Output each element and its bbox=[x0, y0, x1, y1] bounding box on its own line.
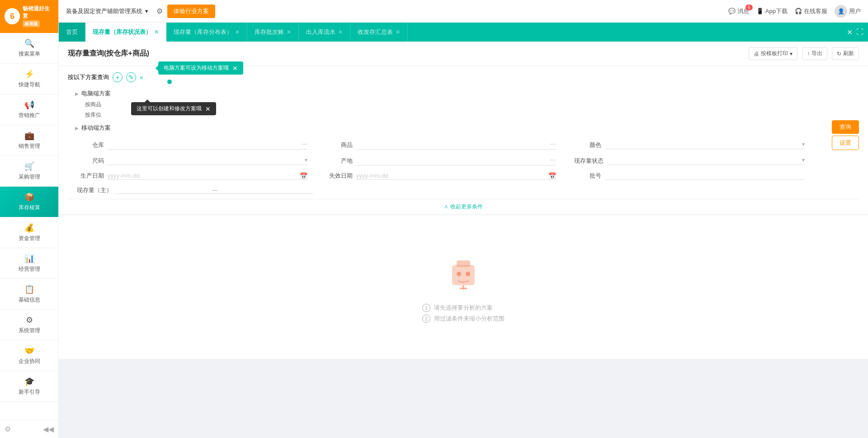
sidebar-item-basic[interactable]: 📋 基础信息 bbox=[0, 279, 58, 310]
empty-step-1-text: 请先选择要分析的方案 bbox=[434, 304, 493, 312]
sidebar-item-inventory[interactable]: 📦 库存核算 bbox=[0, 187, 58, 217]
reset-button[interactable]: 设置 bbox=[832, 136, 859, 150]
scheme-group-mobile-header[interactable]: ▶ 移动端方案 bbox=[72, 122, 859, 134]
goods-label: 商品 bbox=[326, 141, 353, 149]
online-service-icon: 🎧 bbox=[795, 8, 802, 14]
stock-main-label: 现存量（主） bbox=[77, 186, 112, 194]
tab-inventory-status[interactable]: 现存量（库存状况表） ✕ bbox=[85, 23, 166, 42]
template-print-button[interactable]: 🖨 按模板打印 ▾ bbox=[749, 47, 797, 60]
sidebar-logo: 6 畅销通好生意 标准版 bbox=[0, 0, 58, 33]
tab-recv-send-label: 收发存汇总表 bbox=[358, 28, 393, 36]
expire-date-range: 📅 bbox=[356, 172, 556, 180]
export-icon: ↑ bbox=[807, 51, 810, 57]
collapse-sidebar-icon[interactable]: ◀◀ bbox=[43, 425, 54, 433]
user-label: 用户 bbox=[849, 7, 861, 15]
size-dropdown-icon[interactable]: ▾ bbox=[305, 157, 307, 163]
tab-inventory-status-close[interactable]: ✕ bbox=[154, 29, 159, 35]
expire-date-start[interactable] bbox=[356, 172, 547, 179]
goods-input[interactable] bbox=[356, 141, 550, 148]
batch-input[interactable] bbox=[605, 172, 805, 179]
size-label: 尺码 bbox=[77, 157, 104, 165]
expire-date-calendar-icon[interactable]: 📅 bbox=[548, 172, 556, 179]
message-item[interactable]: 💬 消息 6 bbox=[728, 7, 749, 15]
stock-status-dropdown-icon[interactable]: ▾ bbox=[802, 157, 805, 163]
sidebar-item-operations[interactable]: 📊 经营管理 bbox=[0, 248, 58, 279]
user-item[interactable]: 👤 用户 bbox=[835, 5, 861, 18]
online-service-label: 在线客服 bbox=[804, 7, 827, 15]
origin-more-icon[interactable]: ··· bbox=[550, 156, 556, 164]
filter-edit-button[interactable]: ✎ bbox=[126, 72, 136, 82]
main-area: 装备及固定资产辅助管理系统 ▾ ⚙ 体验行业方案 💬 消息 6 📱 App下载 … bbox=[59, 0, 868, 438]
sidebar-item-system[interactable]: ⚙ 系统管理 bbox=[0, 310, 58, 340]
svg-point-2 bbox=[457, 272, 461, 276]
tab-batch-account-close[interactable]: ✕ bbox=[287, 29, 291, 35]
app-download-item[interactable]: 📱 App下载 bbox=[756, 7, 788, 15]
empty-icon bbox=[441, 251, 486, 297]
warehouse-input[interactable] bbox=[108, 141, 302, 148]
sidebar-label-guide: 新手引导 bbox=[19, 388, 40, 396]
search-button[interactable]: 查询 bbox=[832, 120, 859, 134]
scheme-group-pc-header[interactable]: ▶ 电脑端方案 bbox=[72, 88, 859, 99]
tabbar: 首页 现存量（库存状况表） ✕ 现存量（库存分布表） ✕ 库存批次账 ✕ 出入库… bbox=[59, 23, 868, 42]
sidebar-item-marketing[interactable]: 📢 营销推广 bbox=[0, 94, 58, 125]
export-button[interactable]: ↑ 导出 bbox=[802, 47, 827, 60]
experience-button[interactable]: 体验行业方案 bbox=[167, 5, 215, 18]
system-name: 装备及固定资产辅助管理系统 bbox=[66, 7, 142, 15]
empty-step-1: 1 请先选择要分析的方案 bbox=[422, 304, 505, 312]
sales-icon: 💼 bbox=[24, 131, 34, 141]
system-selector-chevron: ▾ bbox=[145, 8, 148, 14]
sidebar-item-sales[interactable]: 💼 销售管理 bbox=[0, 125, 58, 156]
tooltip-scheme-close[interactable]: ✕ bbox=[232, 65, 238, 72]
size-input[interactable] bbox=[108, 157, 305, 164]
color-dropdown-icon[interactable]: ▾ bbox=[802, 141, 805, 147]
tab-in-out-flow[interactable]: 出入库流水 ✕ bbox=[299, 23, 350, 42]
sidebar-item-guide[interactable]: 🎓 新手引导 bbox=[0, 371, 58, 402]
goods-more-icon[interactable]: ··· bbox=[550, 140, 556, 148]
topbar-gear-icon[interactable]: ⚙ bbox=[156, 7, 163, 15]
sidebar-item-finance[interactable]: 💰 资金管理 bbox=[0, 217, 58, 248]
origin-label: 产地 bbox=[326, 157, 353, 165]
tab-inventory-status-label: 现存量（库存状况表） bbox=[93, 28, 151, 36]
filter-collapse-text: ∧ 收起更多条件 bbox=[444, 203, 482, 210]
tooltip-create-close[interactable]: ✕ bbox=[205, 105, 211, 113]
tab-inventory-dist-close[interactable]: ✕ bbox=[235, 29, 240, 35]
sidebar-item-quicknav[interactable]: ⚡ 快捷导航 bbox=[0, 64, 58, 94]
filter-arrow-button[interactable]: « bbox=[140, 74, 143, 81]
sidebar-item-collab[interactable]: 🤝 企业协同 bbox=[0, 340, 58, 371]
tab-recv-send-close[interactable]: ✕ bbox=[396, 29, 400, 35]
prod-date-calendar-icon[interactable]: 📅 bbox=[300, 172, 307, 179]
sidebar-item-search[interactable]: 🔍 搜索菜单 bbox=[0, 33, 58, 64]
finance-icon: 💰 bbox=[24, 223, 34, 233]
tab-inventory-dist[interactable]: 现存量（库存分布表） ✕ bbox=[166, 23, 247, 42]
stock-main-start[interactable] bbox=[116, 187, 208, 193]
stock-status-input[interactable] bbox=[607, 157, 802, 164]
close-all-tabs-icon[interactable]: ✕ bbox=[847, 28, 853, 37]
tab-in-out-flow-close[interactable]: ✕ bbox=[338, 29, 343, 35]
settings-bottom-icon[interactable]: ⚙ bbox=[5, 425, 11, 433]
sidebar-label-finance: 资金管理 bbox=[19, 235, 40, 242]
tab-recv-send[interactable]: 收发存汇总表 ✕ bbox=[350, 23, 408, 42]
tab-home[interactable]: 首页 bbox=[59, 23, 85, 42]
empty-step-2: 2 用过滤条件来缩小分析范围 bbox=[422, 315, 505, 323]
svg-point-3 bbox=[466, 272, 470, 276]
warehouse-more-icon[interactable]: ··· bbox=[302, 140, 307, 148]
color-input[interactable] bbox=[605, 141, 802, 148]
message-badge: 6 bbox=[745, 5, 753, 10]
tab-batch-account[interactable]: 库存批次账 ✕ bbox=[247, 23, 299, 42]
tabbar-actions: ✕ ⛶ bbox=[842, 28, 868, 37]
scheme-group-mobile-arrow: ▶ bbox=[75, 126, 79, 131]
logo-icon: 6 bbox=[5, 8, 20, 24]
sidebar-item-purchase[interactable]: 🛒 采购管理 bbox=[0, 156, 58, 187]
system-selector[interactable]: 装备及固定资产辅助管理系统 ▾ bbox=[66, 7, 148, 15]
sidebar-label-collab: 企业协同 bbox=[19, 358, 40, 365]
prod-date-range: 📅 bbox=[108, 172, 307, 180]
online-service-item[interactable]: 🎧 在线客服 bbox=[795, 7, 827, 15]
filter-add-button[interactable]: + bbox=[113, 72, 123, 82]
maximize-icon[interactable]: ⛶ bbox=[856, 28, 863, 36]
prod-date-start[interactable] bbox=[108, 172, 298, 179]
filter-collapse[interactable]: ∧ 收起更多条件 bbox=[68, 199, 859, 214]
origin-input[interactable] bbox=[356, 157, 550, 164]
dot-indicator bbox=[167, 80, 172, 84]
refresh-button[interactable]: ↻ 刷新 bbox=[832, 47, 859, 60]
stock-main-end[interactable] bbox=[221, 187, 313, 193]
